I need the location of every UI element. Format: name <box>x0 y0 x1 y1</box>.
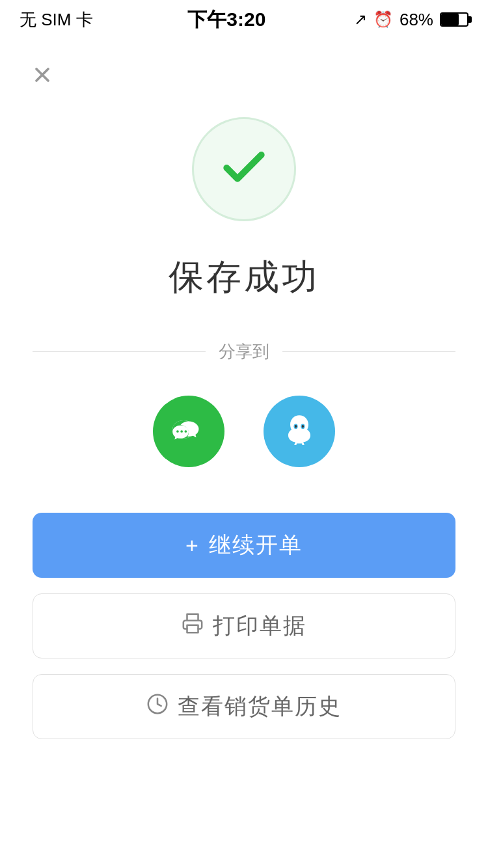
status-bar: 无 SIM 卡 下午3:20 ↗ ⏰ 68% <box>0 0 488 39</box>
close-button[interactable] <box>26 59 59 91</box>
continue-icon: + <box>185 533 200 558</box>
success-title: 保存成功 <box>169 254 319 301</box>
history-button[interactable]: 查看销货单历史 <box>33 674 455 739</box>
wechat-icon <box>169 411 209 452</box>
share-icons <box>33 396 455 467</box>
share-divider: 分享到 <box>33 340 455 363</box>
location-icon: ↗ <box>354 10 367 29</box>
carrier-text: 无 SIM 卡 <box>20 8 93 31</box>
main-content: 保存成功 分享到 <box>0 91 488 868</box>
print-icon <box>182 612 204 640</box>
success-circle <box>192 117 296 221</box>
share-section: 分享到 <box>33 340 455 467</box>
action-buttons: + 继续开单 打印单据 查看销货单历史 <box>33 513 455 739</box>
qq-icon <box>279 411 319 452</box>
qq-share-button[interactable] <box>264 396 335 467</box>
print-label: 打印单据 <box>213 611 306 641</box>
wechat-share-button[interactable] <box>153 396 224 467</box>
print-button[interactable]: 打印单据 <box>33 593 455 658</box>
status-left: 无 SIM 卡 <box>20 8 100 31</box>
battery-icon <box>440 12 468 27</box>
continue-label: 继续开单 <box>209 530 303 560</box>
svg-point-7 <box>180 430 183 433</box>
svg-point-8 <box>184 430 187 433</box>
divider-right <box>282 351 455 352</box>
check-icon <box>218 142 270 197</box>
history-icon <box>146 693 169 720</box>
divider-left <box>33 351 206 352</box>
share-label: 分享到 <box>219 340 269 363</box>
status-right: ↗ ⏰ 68% <box>354 10 468 30</box>
continue-order-button[interactable]: + 继续开单 <box>33 513 455 578</box>
svg-point-6 <box>176 430 179 433</box>
history-label: 查看销货单历史 <box>178 692 342 722</box>
svg-point-11 <box>295 425 297 428</box>
svg-point-12 <box>302 425 304 428</box>
close-area <box>0 39 488 91</box>
time-display: 下午3:20 <box>187 7 265 33</box>
alarm-icon: ⏰ <box>373 10 393 29</box>
svg-rect-13 <box>187 625 198 632</box>
battery-pct-text: 68% <box>400 10 433 30</box>
